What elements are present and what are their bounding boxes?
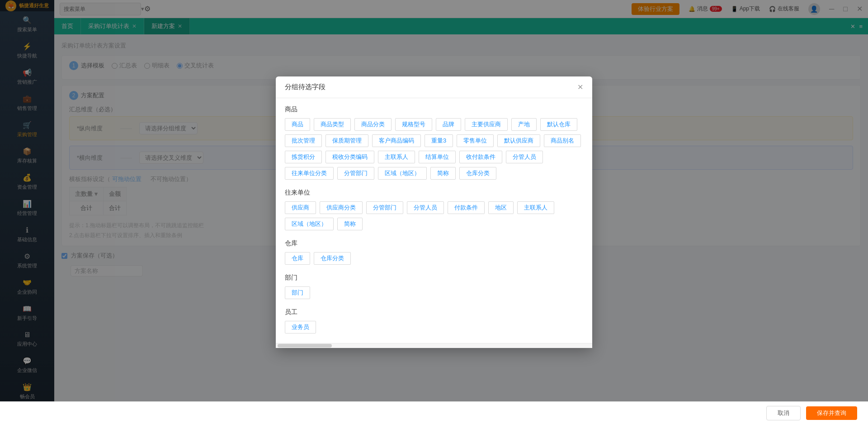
field-tag-0-11[interactable]: 重量3 <box>425 134 453 147</box>
field-tag-1-1[interactable]: 供应商分类 <box>320 201 363 214</box>
field-tag-2-1[interactable]: 仓库分类 <box>314 252 351 265</box>
field-tag-0-15[interactable]: 拣货积分 <box>285 151 322 163</box>
field-section-4: 员工业务员 <box>285 308 583 333</box>
field-tag-0-14[interactable]: 商品别名 <box>544 134 581 147</box>
field-select-modal: 分组待选字段 ✕ 商品商品商品类型商品分类规格型号品牌主要供应商产地默认仓库批次… <box>276 76 592 348</box>
field-tag-1-5[interactable]: 地区 <box>488 201 514 214</box>
bottom-action-bar: 取消 保存并查询 <box>0 401 868 424</box>
field-tag-0-5[interactable]: 主要供应商 <box>465 118 508 131</box>
field-tag-1-6[interactable]: 主联系人 <box>517 201 554 214</box>
field-tag-0-2[interactable]: 商品分类 <box>354 118 392 131</box>
field-tag-4-0[interactable]: 业务员 <box>285 321 316 333</box>
field-tag-0-21[interactable]: 往来单位分类 <box>285 167 334 180</box>
modal-header: 分组待选字段 ✕ <box>276 76 592 98</box>
section-title-3: 部门 <box>285 274 583 282</box>
modal-body[interactable]: 商品商品商品类型商品分类规格型号品牌主要供应商产地默认仓库批次管理保质期管理客户… <box>276 98 592 343</box>
field-section-1: 往来单位供应商供应商分类分管部门分管人员付款条件地区主联系人区域（地区）简称 <box>285 189 583 230</box>
field-grid-2: 仓库仓库分类 <box>285 252 583 265</box>
field-tag-0-6[interactable]: 产地 <box>511 118 537 131</box>
field-tag-1-4[interactable]: 付款条件 <box>448 201 485 214</box>
field-grid-1: 供应商供应商分类分管部门分管人员付款条件地区主联系人区域（地区）简称 <box>285 201 583 230</box>
field-tag-1-7[interactable]: 区域（地区） <box>285 218 334 230</box>
section-title-2: 仓库 <box>285 239 583 248</box>
field-tag-0-3[interactable]: 规格型号 <box>395 118 432 131</box>
field-tag-0-0[interactable]: 商品 <box>285 118 310 131</box>
field-grid-0: 商品商品类型商品分类规格型号品牌主要供应商产地默认仓库批次管理保质期管理客户商品… <box>285 118 583 180</box>
field-tag-0-13[interactable]: 默认供应商 <box>497 134 540 147</box>
field-tag-1-8[interactable]: 简称 <box>337 218 363 230</box>
field-tag-2-0[interactable]: 仓库 <box>285 252 310 265</box>
save-button[interactable]: 保存并查询 <box>806 406 857 420</box>
section-title-1: 往来单位 <box>285 189 583 197</box>
field-tag-0-18[interactable]: 结算单位 <box>419 151 456 163</box>
field-tag-0-25[interactable]: 仓库分类 <box>459 167 496 180</box>
field-tag-1-2[interactable]: 分管部门 <box>366 201 403 214</box>
field-tag-0-19[interactable]: 收付款条件 <box>459 151 502 163</box>
field-tag-1-0[interactable]: 供应商 <box>285 201 316 214</box>
field-tag-3-0[interactable]: 部门 <box>285 286 310 299</box>
field-section-0: 商品商品商品类型商品分类规格型号品牌主要供应商产地默认仓库批次管理保质期管理客户… <box>285 105 583 180</box>
field-tag-0-12[interactable]: 零售单位 <box>457 134 494 147</box>
field-grid-3: 部门 <box>285 286 583 299</box>
field-tag-0-16[interactable]: 税收分类编码 <box>326 151 374 163</box>
field-tag-0-8[interactable]: 批次管理 <box>285 134 322 147</box>
field-tag-0-10[interactable]: 客户商品编码 <box>372 134 421 147</box>
field-tag-0-9[interactable]: 保质期管理 <box>326 134 368 147</box>
field-tag-1-3[interactable]: 分管人员 <box>407 201 444 214</box>
cancel-button[interactable]: 取消 <box>766 406 801 420</box>
field-tag-0-4[interactable]: 品牌 <box>436 118 461 131</box>
field-grid-4: 业务员 <box>285 321 583 333</box>
field-tag-0-23[interactable]: 区域（地区） <box>378 167 427 180</box>
field-section-3: 部门部门 <box>285 274 583 299</box>
modal-hscroll[interactable] <box>276 343 592 348</box>
modal-hscroll-bar[interactable] <box>278 344 332 348</box>
field-section-2: 仓库仓库仓库分类 <box>285 239 583 265</box>
field-tag-0-7[interactable]: 默认仓库 <box>540 118 577 131</box>
section-title-4: 员工 <box>285 308 583 316</box>
modal-close-icon[interactable]: ✕ <box>577 83 583 91</box>
field-tag-0-24[interactable]: 简称 <box>430 167 456 180</box>
field-tag-0-22[interactable]: 分管部门 <box>337 167 374 180</box>
modal-title: 分组待选字段 <box>285 83 326 91</box>
section-title-0: 商品 <box>285 105 583 114</box>
field-tag-0-17[interactable]: 主联系人 <box>378 151 415 163</box>
field-tag-0-1[interactable]: 商品类型 <box>314 118 351 131</box>
field-tag-0-20[interactable]: 分管人员 <box>506 151 543 163</box>
